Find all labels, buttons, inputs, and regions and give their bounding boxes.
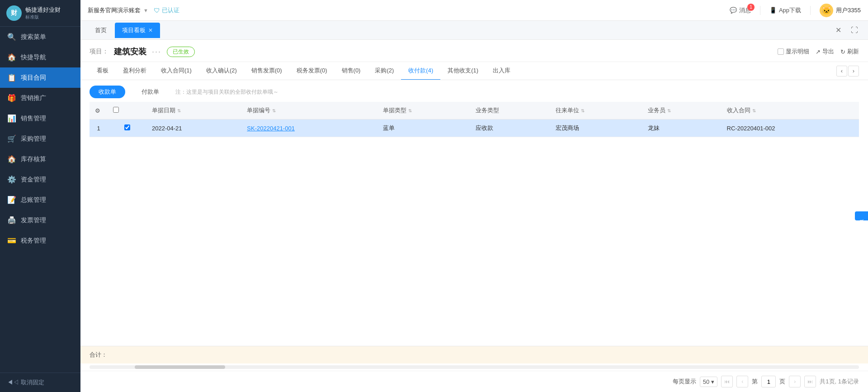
row-checkbox[interactable]: [124, 124, 130, 130]
sidebar-item-search[interactable]: 🔍 搜索菜单: [0, 27, 80, 47]
gift-icon: 🎁: [7, 94, 16, 102]
current-page-input[interactable]: [761, 376, 776, 387]
finance-icon: ⚙️: [7, 175, 16, 184]
sub-tab-other-income[interactable]: 其他收支(1): [440, 62, 486, 80]
page-size-select[interactable]: 50 ▾: [700, 377, 717, 387]
header-right: 💬 消息 1 📱 App下载 🐱 用户3355: [730, 4, 861, 17]
page-label: 第: [752, 378, 758, 386]
number-column-header[interactable]: 单据编号 ⇅: [241, 102, 377, 120]
app-logo-text: 畅捷通好业财 标准版: [25, 6, 61, 20]
show-detail-checkbox-box[interactable]: [778, 48, 784, 55]
table-row[interactable]: 1 2022-04-21 SK-20220421-001 蓝单 应收款 宏茂商场…: [90, 120, 859, 137]
message-button[interactable]: 💬 消息 1: [730, 6, 751, 14]
row-checkbox-cell[interactable]: [108, 120, 146, 137]
more-options-button[interactable]: ···: [152, 47, 161, 57]
receipt-tab-button[interactable]: 收款单: [90, 86, 125, 98]
sidebar-item-label: 发票管理: [21, 216, 46, 225]
row-biz-type: 应收款: [470, 120, 550, 137]
refresh-button[interactable]: ↻ 刷新: [840, 48, 859, 56]
sidebar-item-invoice-mgr[interactable]: 🖨️ 发票管理: [0, 210, 80, 230]
sub-tab-revenue-confirm[interactable]: 收入确认(2): [199, 62, 244, 80]
sidebar-item-sales[interactable]: 📊 销售管理: [0, 108, 80, 129]
first-page-button[interactable]: ⏮: [721, 376, 733, 387]
partner-column-header[interactable]: 往来单位 ⇅: [550, 102, 643, 120]
home-icon: 🏠: [7, 53, 16, 62]
checkbox-column-header[interactable]: [108, 102, 146, 120]
status-badge: 已生效: [167, 47, 195, 57]
sub-tab-sales-invoice[interactable]: 销售发票(0): [244, 62, 289, 80]
invoice-mgr-icon: 🖨️: [7, 216, 16, 225]
sub-tab-purchase[interactable]: 采购(2): [368, 62, 401, 80]
sub-tab-revenue-contract[interactable]: 收入合同(1): [154, 62, 199, 80]
sidebar-item-inventory[interactable]: 🏠 库存核算: [0, 149, 80, 169]
last-page-button[interactable]: ⏭: [804, 376, 816, 387]
salesperson-column-header[interactable]: 业务员 ⇅: [642, 102, 721, 120]
header-divider: [760, 6, 760, 15]
settings-column-header[interactable]: ⚙: [90, 102, 108, 120]
sales-icon: 📊: [7, 114, 16, 123]
account-name: 新服务官网演示账套: [88, 6, 141, 14]
next-page-button[interactable]: ›: [789, 376, 801, 387]
tab-close-button[interactable]: ✕: [148, 27, 153, 33]
sub-tab-kanban[interactable]: 看板: [90, 62, 116, 80]
window-maximize-button[interactable]: ⛶: [848, 24, 861, 37]
window-close-button[interactable]: ✕: [832, 24, 844, 37]
date-sort-icon: ⇅: [177, 108, 181, 113]
sub-tab-tax-invoice[interactable]: 税务发票(0): [289, 62, 335, 80]
sub-tab-receipt-payment[interactable]: 收付款(4): [401, 62, 440, 80]
search-icon: 🔍: [7, 33, 16, 41]
scroll-bar-area: [80, 363, 868, 371]
sidebar-item-finance[interactable]: ⚙️ 资金管理: [0, 169, 80, 190]
sub-tab-next-button[interactable]: ›: [848, 66, 859, 76]
sub-tab-sales[interactable]: 销售(0): [335, 62, 368, 80]
message-badge: 1: [747, 4, 755, 11]
export-button[interactable]: ↗ 导出: [816, 48, 834, 56]
account-selector[interactable]: 新服务官网演示账套 ▼: [88, 6, 148, 14]
settings-icon[interactable]: ⚙: [95, 107, 100, 114]
sidebar-unpin-button[interactable]: ◀◁ 取消固定: [0, 373, 80, 392]
row-number[interactable]: SK-20220421-001: [241, 120, 377, 137]
app-download-button[interactable]: 📱 App下载: [769, 6, 801, 14]
type-column-header[interactable]: 单据类型 ⇅: [377, 102, 470, 120]
tab-home-label: 首页: [95, 26, 107, 34]
contract-icon: 📋: [7, 73, 16, 82]
sub-tab-in-out-stock[interactable]: 出入库: [486, 62, 518, 80]
sidebar-item-purchase[interactable]: 🛒 采购管理: [0, 129, 80, 149]
sub-tab-profit[interactable]: 盈利分析: [116, 62, 154, 80]
select-all-checkbox[interactable]: [113, 107, 119, 113]
sidebar-item-quicknav[interactable]: 🏠 快捷导航: [0, 47, 80, 67]
sub-tab-prev-button[interactable]: ‹: [836, 66, 847, 76]
pagination: 每页显示 50 ▾ ⏮ ‹ 第 页 › ⏭ 共1页, 1条记录: [80, 371, 868, 392]
income-contract-column-header[interactable]: 收入合同 ⇅: [722, 102, 859, 120]
tab-project-board[interactable]: 项目看板 ✕: [115, 23, 160, 38]
row-income-contract: RC-20220401-002: [722, 120, 859, 137]
payment-tab-button[interactable]: 付款单: [132, 86, 168, 98]
sidebar: 财 畅捷通好业财 标准版 🔍 搜索菜单 🏠 快捷导航 📋 项目合同 🎁 营销推广…: [0, 0, 80, 392]
sidebar-item-ledger[interactable]: 📝 总账管理: [0, 190, 80, 210]
sidebar-item-contract[interactable]: 📋 项目合同: [0, 67, 80, 88]
scroll-thumb[interactable]: [135, 365, 225, 369]
sidebar-item-label: 资金管理: [21, 176, 46, 184]
page-size-label: 每页显示: [673, 378, 696, 386]
feedback-button[interactable]: 反馈: [855, 211, 868, 220]
tab-bar: 首页 项目看板 ✕ ✕ ⛶: [80, 21, 868, 40]
show-detail-checkbox[interactable]: 显示明细: [778, 48, 809, 56]
avatar: 🐱: [820, 4, 833, 17]
data-table: ⚙ 单据日期 ⇅ 单据编号: [90, 102, 859, 137]
number-sort-icon: ⇅: [272, 108, 276, 113]
sidebar-item-label: 快捷导航: [21, 53, 46, 62]
refresh-icon: ↻: [840, 48, 845, 55]
sidebar-item-marketing[interactable]: 🎁 营销推广: [0, 88, 80, 108]
sidebar-item-tax[interactable]: 💳 税务管理: [0, 230, 80, 251]
scroll-track[interactable]: [90, 365, 859, 369]
date-column-header[interactable]: 单据日期 ⇅: [146, 102, 241, 120]
account-dropdown-arrow: ▼: [143, 8, 148, 13]
tab-home[interactable]: 首页: [88, 23, 114, 38]
prev-page-button[interactable]: ‹: [736, 376, 748, 387]
purchase-icon: 🛒: [7, 134, 16, 143]
tab-project-board-label: 项目看板: [122, 26, 146, 34]
table-footer-total: 合计：: [80, 346, 868, 363]
user-info[interactable]: 🐱 用户3355: [820, 4, 861, 17]
project-actions: 显示明细 ↗ 导出 ↻ 刷新: [778, 48, 859, 56]
inventory-icon: 🏠: [7, 155, 16, 163]
